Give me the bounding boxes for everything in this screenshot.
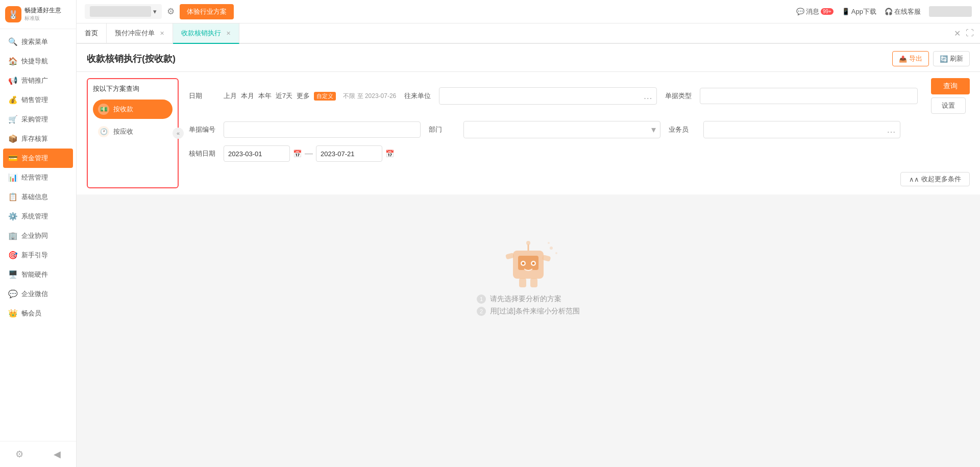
calendar-end-icon[interactable]: 📅 [385, 150, 394, 158]
sales-icon: 💰 [8, 95, 17, 105]
sidebar-item-wecom[interactable]: 💬 企业微信 [0, 284, 76, 304]
party-dots-icon[interactable]: … [639, 91, 656, 102]
date-link-this-month[interactable]: 本月 [241, 91, 254, 101]
dept-input-wrapper: ▾ [463, 121, 660, 138]
dept-input[interactable] [464, 121, 647, 138]
collapse-row: ∧∧ 收起更多条件 [189, 169, 970, 188]
topbar-left: ▾ ⚙ 体验行业方案 [85, 4, 234, 19]
page-title: 收款核销执行(按收款) [87, 53, 176, 65]
wecom-icon: 💬 [8, 289, 17, 299]
svg-point-14 [548, 242, 550, 244]
gear-icon[interactable]: ⚙ [167, 6, 175, 17]
filter-by-receipt[interactable]: 💵 按收款 [93, 100, 173, 119]
filter-toggle-btn[interactable]: « [173, 128, 184, 139]
sidebar-item-nav[interactable]: 🏠 快捷导航 [0, 52, 76, 71]
tab-receipt-writeoff-close[interactable]: ✕ [226, 30, 231, 37]
form-row-2: 单据编号 部门 ▾ 业务员 [189, 121, 970, 138]
step-1-num: 1 [477, 294, 486, 304]
sidebar-item-hardware[interactable]: 🖥️ 智能硬件 [0, 265, 76, 284]
doc-no-input[interactable] [224, 121, 421, 138]
phone-icon: 📱 [842, 8, 850, 15]
form-row-3: 核销日期 2023-03-01 📅 — 2023-07-21 📅 [189, 145, 970, 162]
sidebar-item-guide[interactable]: 🎯 新手引导 [0, 245, 76, 265]
staff-field: 业务员 … [669, 121, 900, 138]
query-actions: 查询 设置 [926, 78, 970, 114]
refresh-btn[interactable]: 🔄 刷新 [933, 51, 970, 66]
svg-point-11 [526, 241, 530, 245]
sidebar-item-enterprise[interactable]: 🏢 企业协同 [0, 226, 76, 245]
settings-icon[interactable]: ⚙ [12, 446, 27, 463]
solution-btn[interactable]: 体验行业方案 [180, 4, 234, 19]
query-btn[interactable]: 查询 [931, 78, 970, 94]
sidebar-item-search[interactable]: 🔍 搜索菜单 [0, 32, 76, 52]
company-dropdown-icon[interactable]: ▾ [153, 8, 157, 15]
tab-advance-close[interactable]: ✕ [160, 30, 164, 37]
party-input-wrapper: … [439, 87, 657, 105]
party-input[interactable] [439, 88, 639, 104]
tab-home[interactable]: 首页 [77, 23, 107, 43]
date-link-7days[interactable]: 近7天 [276, 91, 292, 101]
tab-advance[interactable]: 预付冲应付单 ✕ [107, 23, 173, 43]
sidebar-item-member[interactable]: 👑 畅会员 [0, 304, 76, 323]
date-link-last-month[interactable]: 上月 [224, 91, 237, 101]
staff-input[interactable] [704, 121, 883, 138]
export-btn[interactable]: 📤 导出 [892, 51, 929, 66]
customer-service-btn[interactable]: 🎧 在线客服 [885, 7, 921, 16]
empty-state: 1 请先选择要分析的方案 2 用[过滤]条件来缩小分析范围 [77, 194, 980, 336]
staff-dots-icon[interactable]: … [883, 125, 900, 135]
collapse-sidebar-icon[interactable]: ◀ [51, 446, 64, 463]
enterprise-icon: 🏢 [8, 231, 17, 240]
sidebar-item-basic[interactable]: 📋 基础信息 [0, 187, 76, 207]
sidebar-menu: 🔍 搜索菜单 🏠 快捷导航 📢 营销推广 💰 销售管理 🛒 采购管理 📦 库存核… [0, 29, 76, 441]
marketing-icon: 📢 [8, 76, 17, 85]
sidebar-item-system[interactable]: ⚙️ 系统管理 [0, 207, 76, 226]
sidebar-item-purchase[interactable]: 🛒 采购管理 [0, 110, 76, 129]
sidebar-item-inventory[interactable]: 📦 库存核算 [0, 129, 76, 149]
app-download-btn[interactable]: 📱 App下载 [842, 7, 876, 16]
basic-icon: 📋 [8, 192, 17, 202]
writeoff-date-field: 核销日期 2023-03-01 📅 — 2023-07-21 📅 [189, 145, 394, 162]
collapse-more-icon: ∧∧ [909, 176, 919, 183]
sidebar-bottom: ⚙ ◀ [0, 441, 76, 467]
topbar-right: 💬 消息 99+ 📱 App下载 🎧 在线客服 [796, 6, 972, 17]
export-icon: 📤 [899, 55, 907, 63]
party-label: 往来单位 [404, 91, 435, 101]
calendar-start-icon[interactable]: 📅 [293, 150, 302, 158]
refresh-icon: 🔄 [940, 55, 948, 63]
app-name: 畅捷通好生意 [24, 7, 61, 15]
date-link-more[interactable]: 更多 [297, 91, 310, 101]
tab-actions: ✕ ⛶ [948, 23, 980, 43]
writeoff-date-range: 2023-03-01 📅 — 2023-07-21 📅 [224, 145, 394, 162]
inventory-icon: 📦 [8, 134, 17, 143]
message-label: 消息 [806, 7, 819, 16]
writeoff-date-start[interactable]: 2023-03-01 [224, 145, 290, 162]
doc-type-field: 单据类型 [665, 88, 918, 104]
filter-by-receivable[interactable]: 🕐 按应收 [93, 122, 173, 141]
svg-point-4 [522, 262, 525, 265]
company-selector[interactable]: ▾ [85, 4, 162, 19]
writeoff-date-end[interactable]: 2023-07-21 [316, 145, 382, 162]
date-link-this-year[interactable]: 本年 [258, 91, 272, 101]
collapse-more-btn[interactable]: ∧∧ 收起更多条件 [900, 172, 970, 186]
doc-type-select[interactable] [700, 88, 918, 104]
sidebar-item-sales[interactable]: 💰 销售管理 [0, 90, 76, 110]
system-icon: ⚙️ [8, 212, 17, 221]
sidebar-item-finance[interactable]: 💳 资金管理 [3, 149, 73, 168]
settings-btn[interactable]: 设置 [931, 97, 966, 114]
message-btn[interactable]: 💬 消息 99+ [796, 7, 834, 16]
date-custom-tag: 自定义 [314, 92, 336, 101]
home-icon: 🏠 [8, 57, 17, 66]
step-1-text: 请先选择要分析的方案 [490, 294, 561, 304]
close-tab-icon[interactable]: ✕ [954, 29, 961, 38]
sidebar-item-marketing[interactable]: 📢 营销推广 [0, 71, 76, 90]
expand-tab-icon[interactable]: ⛶ [966, 29, 974, 38]
user-info[interactable] [929, 6, 972, 17]
dept-dropdown-icon[interactable]: ▾ [647, 124, 660, 135]
step-2-num: 2 [477, 307, 486, 316]
empty-step-2: 2 用[过滤]条件来缩小分析范围 [477, 307, 580, 316]
date-label: 日期 [189, 91, 219, 101]
sidebar-item-operation[interactable]: 📊 经营管理 [0, 168, 76, 187]
tab-receipt-writeoff[interactable]: 收款核销执行 ✕ [173, 23, 239, 44]
topbar: ▾ ⚙ 体验行业方案 💬 消息 99+ 📱 App下载 🎧 在线客服 [77, 0, 980, 23]
query-form: 日期 上月 本月 本年 近7天 更多 自定义 不限 至 2023-07-26 [189, 78, 970, 188]
